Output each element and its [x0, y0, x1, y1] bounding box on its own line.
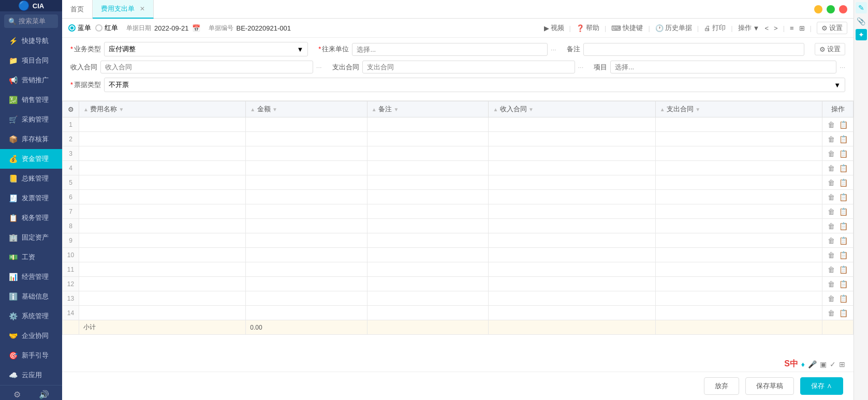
col-amount-sort-up[interactable]: ▲ — [250, 107, 255, 112]
sidebar-item-fixed[interactable]: 🏢 固定资产 — [0, 228, 62, 247]
col-ec-sort-down[interactable]: ▼ — [695, 107, 700, 112]
delete-row-icon[interactable]: 🗑 — [828, 265, 835, 274]
cell-expense-name[interactable] — [79, 190, 246, 204]
cell-remark[interactable] — [367, 175, 489, 190]
settings-bottom-icon[interactable]: ⚙ — [13, 390, 21, 399]
operation-action[interactable]: 操作 ▼ — [738, 23, 760, 33]
nav-right-action[interactable]: > — [774, 24, 778, 32]
sidebar-search[interactable]: 🔍 搜索菜单 — [4, 14, 58, 28]
maximize-button[interactable] — [827, 5, 835, 13]
copy-row-icon[interactable]: 📋 — [839, 309, 848, 317]
cell-remark[interactable] — [367, 117, 489, 132]
cell-expense-name[interactable] — [79, 291, 246, 306]
cell-remark[interactable] — [367, 132, 489, 146]
sidebar-item-invoice[interactable]: 🧾 发票管理 — [0, 188, 62, 208]
cell-expense-contract[interactable] — [655, 219, 822, 233]
tab-close-icon[interactable]: ✕ — [140, 5, 145, 12]
cell-expense-contract[interactable] — [655, 190, 822, 204]
copy-row-icon[interactable]: 📋 — [839, 121, 848, 129]
cell-amount[interactable] — [246, 277, 367, 291]
copy-row-icon[interactable]: 📋 — [839, 208, 848, 216]
remark-input[interactable] — [583, 43, 804, 56]
cell-expense-name[interactable] — [79, 146, 246, 161]
cell-remark[interactable] — [367, 291, 489, 306]
cell-expense-name[interactable] — [79, 219, 246, 233]
sidebar-item-capital[interactable]: 💰 资金管理 — [0, 149, 62, 169]
delete-row-icon[interactable]: 🗑 — [828, 179, 835, 187]
sidebar-item-purchase[interactable]: 🛒 采购管理 — [0, 110, 62, 129]
col-sort-down[interactable]: ▼ — [119, 107, 124, 112]
delete-row-icon[interactable]: 🗑 — [828, 121, 835, 129]
cell-amount[interactable] — [246, 219, 367, 233]
copy-row-icon[interactable]: 📋 — [839, 164, 848, 172]
copy-row-icon[interactable]: 📋 — [839, 193, 848, 201]
delete-row-icon[interactable]: 🗑 — [828, 251, 835, 259]
shortcut-action[interactable]: ⌨ 快捷键 — [611, 23, 643, 33]
biz-type-select[interactable]: 应付调整 ▼ — [104, 42, 308, 56]
invoice-type-select[interactable]: 不开票 ▼ — [104, 78, 845, 92]
cell-expense-name[interactable] — [79, 117, 246, 132]
col-sort-up[interactable]: ▲ — [83, 107, 89, 112]
cell-expense-name[interactable] — [79, 175, 246, 190]
cell-amount[interactable] — [246, 291, 367, 306]
delete-row-icon[interactable]: 🗑 — [828, 193, 835, 201]
tab-expense[interactable]: 费用支出单 ✕ — [93, 0, 154, 19]
cell-remark[interactable] — [367, 146, 489, 161]
sidebar-item-inventory[interactable]: 📦 库存核算 — [0, 129, 62, 149]
video-action[interactable]: ▶ 视频 — [544, 23, 564, 33]
cell-amount[interactable] — [246, 161, 367, 175]
copy-row-icon[interactable]: 📋 — [839, 135, 848, 143]
cell-expense-name[interactable] — [79, 306, 246, 320]
cell-expense-contract[interactable] — [655, 248, 822, 262]
delete-row-icon[interactable]: 🗑 — [828, 164, 835, 172]
col-remark-sort-down[interactable]: ▼ — [393, 107, 399, 112]
help-action[interactable]: ❓ 帮助 — [576, 23, 599, 33]
sidebar-item-basic[interactable]: ℹ️ 基础信息 — [0, 287, 62, 306]
cell-income-contract[interactable] — [489, 117, 655, 132]
cell-expense-contract[interactable] — [655, 204, 822, 219]
cell-expense-name[interactable] — [79, 233, 246, 248]
save-button[interactable]: 保存 ∧ — [800, 377, 843, 395]
col-ic-sort-up[interactable]: ▲ — [493, 107, 498, 112]
view-list-icon[interactable]: ≡ — [790, 24, 794, 32]
cell-remark[interactable] — [367, 161, 489, 175]
cell-amount[interactable] — [246, 233, 367, 248]
cell-expense-name[interactable] — [79, 277, 246, 291]
sidebar-item-cloud[interactable]: ☁️ 云应用 — [0, 365, 62, 385]
col-settings[interactable]: ⚙ — [63, 101, 79, 117]
cell-amount[interactable] — [246, 204, 367, 219]
expense-contract-input[interactable] — [362, 61, 575, 73]
cell-income-contract[interactable] — [489, 132, 655, 146]
cell-expense-name[interactable] — [79, 248, 246, 262]
cell-amount[interactable] — [246, 146, 367, 161]
delete-row-icon[interactable]: 🗑 — [828, 280, 835, 288]
cell-amount[interactable] — [246, 262, 367, 277]
cell-income-contract[interactable] — [489, 248, 655, 262]
delete-row-icon[interactable]: 🗑 — [828, 208, 835, 216]
print-action[interactable]: 🖨 打印 — [704, 23, 726, 33]
cell-income-contract[interactable] — [489, 190, 655, 204]
cell-expense-contract[interactable] — [655, 291, 822, 306]
cell-expense-name[interactable] — [79, 132, 246, 146]
cell-income-contract[interactable] — [489, 277, 655, 291]
cell-amount[interactable] — [246, 175, 367, 190]
sound-bottom-icon[interactable]: 🔊 — [39, 390, 49, 399]
col-ic-sort-down[interactable]: ▼ — [528, 107, 534, 112]
cell-income-contract[interactable] — [489, 146, 655, 161]
cell-amount[interactable] — [246, 117, 367, 132]
history-action[interactable]: 🕐 历史单据 — [655, 23, 692, 33]
cell-remark[interactable] — [367, 277, 489, 291]
col-ec-sort-up[interactable]: ▲ — [660, 107, 665, 112]
sidebar-item-marketing[interactable]: 📢 营销推广 — [0, 70, 62, 90]
radio-red[interactable]: 红单 — [95, 23, 118, 33]
cell-expense-contract[interactable] — [655, 161, 822, 175]
cell-income-contract[interactable] — [489, 161, 655, 175]
set-button[interactable]: ⚙ 设置 — [817, 22, 847, 34]
sidebar-item-collab[interactable]: 🤝 企业协同 — [0, 326, 62, 346]
cell-expense-contract[interactable] — [655, 262, 822, 277]
copy-row-icon[interactable]: 📋 — [839, 150, 848, 158]
cell-remark[interactable] — [367, 306, 489, 320]
right-panel-btn-1[interactable]: ✎ — [856, 2, 867, 13]
cell-amount[interactable] — [246, 132, 367, 146]
cell-income-contract[interactable] — [489, 175, 655, 190]
